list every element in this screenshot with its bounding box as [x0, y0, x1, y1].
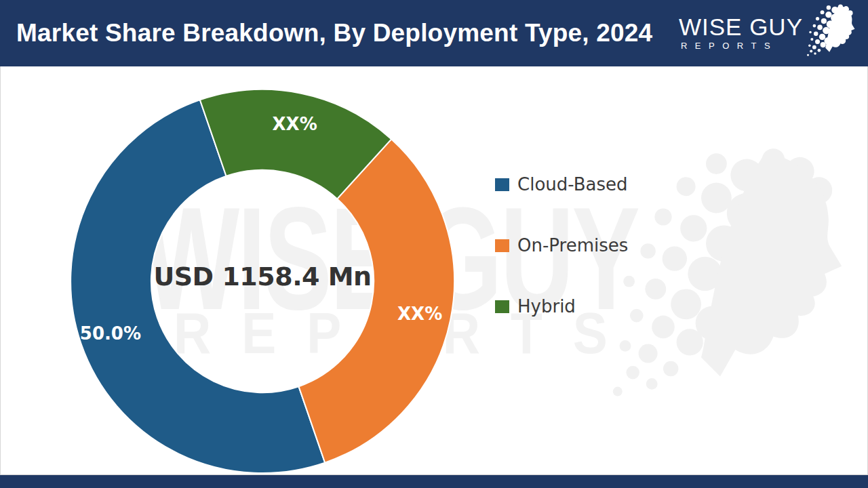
footer-bar: [0, 475, 868, 488]
legend-label: Cloud-Based: [517, 175, 628, 194]
legend-swatch-on-premises: [495, 239, 509, 252]
legend-item-hybrid[interactable]: Hybrid: [495, 297, 628, 316]
face-dot: [814, 32, 818, 36]
legend-swatch-hybrid: [495, 300, 509, 313]
wedge-pct-label: XX%: [273, 114, 317, 134]
chart-legend: Cloud-Based On-Premises Hybrid: [495, 175, 628, 358]
face-dot: [825, 12, 831, 18]
header-bar: Market Share Breakdown, By Deployment Ty…: [0, 0, 868, 66]
face-dot: [821, 10, 825, 14]
face-dot: [812, 45, 816, 49]
legend-item-on-premises[interactable]: On-Premises: [495, 236, 628, 255]
legend-label: On-Premises: [517, 236, 628, 255]
legend-label: Hybrid: [517, 297, 576, 316]
wedge-pct-label: 50.0%: [80, 323, 141, 344]
face-dot: [663, 246, 687, 270]
face-dot: [663, 361, 678, 376]
face-dot: [816, 17, 819, 20]
watermark-face-icon: [597, 141, 862, 426]
logo-face-icon: [806, 3, 857, 62]
face-dot: [626, 366, 639, 380]
face-dot: [645, 279, 666, 300]
face-dot: [680, 215, 707, 241]
face-dot: [808, 45, 811, 47]
page: Market Share Breakdown, By Deployment Ty…: [0, 0, 868, 488]
wise-guy-logo: WISE GUY REPORTS: [679, 3, 857, 62]
face-dot: [613, 387, 623, 396]
face-dot: [810, 38, 813, 41]
face-dot: [701, 183, 732, 214]
face-dot: [640, 243, 655, 258]
face-dot: [652, 316, 675, 339]
wedge-pct-label: XX%: [397, 304, 442, 324]
face-dot: [814, 52, 816, 55]
face-dot: [671, 289, 701, 319]
logo-brand-name: WISE GUY: [679, 14, 803, 40]
chart-area: WISE GUY REPORTS 50.0%XX%XX% USD 1158.4 …: [0, 66, 868, 475]
page-title: Market Share Breakdown, By Deployment Ty…: [0, 19, 652, 47]
face-dot: [815, 39, 820, 44]
face-dot: [706, 153, 727, 174]
face-dot: [809, 31, 812, 34]
face-dot: [646, 378, 658, 390]
donut-center-value: USD 1158.4 Mn: [153, 262, 371, 291]
face-dot: [630, 309, 644, 323]
face-dot: [677, 177, 696, 196]
face-dot: [827, 5, 831, 9]
face-dot: [813, 24, 816, 28]
face-dot: [817, 25, 823, 30]
logo-text: WISE GUY REPORTS: [679, 14, 803, 51]
face-dot: [654, 208, 671, 225]
legend-swatch-cloud-based: [495, 178, 509, 191]
face-dot: [639, 344, 658, 363]
face-dot: [810, 49, 812, 52]
logo-brand-subtitle: REPORTS: [681, 41, 803, 51]
face-dot: [821, 18, 827, 24]
face-dot: [818, 49, 821, 52]
face-dot: [819, 34, 825, 40]
legend-item-cloud-based[interactable]: Cloud-Based: [495, 175, 628, 194]
face-dot: [807, 54, 809, 56]
